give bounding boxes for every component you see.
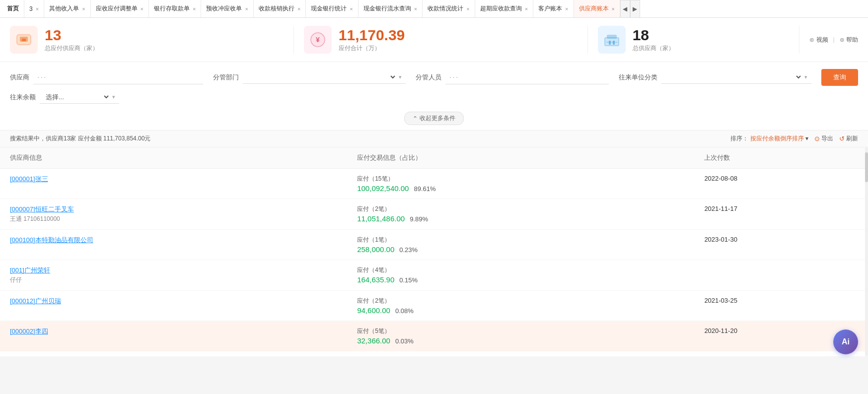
- refresh-icon: ↺: [839, 135, 845, 142]
- summary-icon-total: [598, 26, 626, 54]
- supplier-link[interactable]: [001]广州荣轩: [10, 266, 50, 274]
- nav-tab-supplier-account[interactable]: 供应商账本 ×: [574, 0, 620, 18]
- nav-tab-cash-bank-stat[interactable]: 现金银行统计 ×: [306, 0, 358, 18]
- payable-pct: 89.61%: [409, 185, 435, 193]
- payable-amount[interactable]: 164,635.90: [357, 275, 394, 284]
- ai-badge[interactable]: Ai: [833, 329, 858, 354]
- nav-tab-other-income-close[interactable]: ×: [82, 6, 85, 12]
- help-link[interactable]: ⊙ 帮助: [840, 36, 858, 44]
- supplier-sub: 仔仔: [10, 276, 337, 284]
- payable-amount[interactable]: 100,092,540.00: [357, 184, 409, 193]
- payable-info-cell: 应付（5笔）32,366.000.03%: [347, 321, 694, 351]
- data-table: 供应商信息 应付交易信息（占比） 上次付数 [000001]张三应付（15笔）1…: [0, 147, 868, 351]
- nav-tab-collect-verify[interactable]: 收款核销执行 ×: [254, 0, 306, 18]
- nav-tab-ap-adjust-close[interactable]: ×: [141, 6, 144, 12]
- supplier-info-cell: [000012]广州贝瑞: [0, 291, 347, 321]
- video-link[interactable]: ⊙ 视频: [809, 36, 828, 44]
- nav-tab-other-income[interactable]: 其他收入单 ×: [44, 0, 90, 18]
- nav-arrows: ◀ ▶: [620, 0, 640, 18]
- filter-unit-category: 往来单位分类 ▾: [619, 71, 812, 84]
- summary-total-suppliers: 18 总供应商（家）: [588, 26, 800, 54]
- supplier-link[interactable]: [000001]张三: [10, 175, 48, 183]
- payable-label: 应付（1笔）: [357, 236, 684, 244]
- collapse-up-icon: ⌃: [413, 115, 418, 122]
- svg-rect-6: [607, 35, 617, 39]
- sort-value-text[interactable]: 按应付余额倒序排序: [750, 135, 804, 142]
- table-row: [000001]张三应付（15笔）100,092,540.0089.61%202…: [0, 169, 868, 199]
- supplier-link[interactable]: [000007]恒旺二手叉车: [10, 205, 74, 213]
- nav-prev-arrow[interactable]: ◀: [620, 0, 630, 18]
- collapse-button[interactable]: ⌃ 收起更多条件: [404, 112, 464, 125]
- payable-label: 应付（2笔）: [357, 297, 684, 305]
- nav-tab-overdue-collect[interactable]: 超期应收款查询 ×: [475, 0, 533, 18]
- payable-pct: 0.03%: [390, 337, 414, 345]
- nav-next-arrow[interactable]: ▶: [630, 0, 640, 18]
- supplier-link[interactable]: [000100]本特勤油品有限公司: [10, 236, 93, 244]
- summary-payable-suppliers-text: 13 总应付供应商（家）: [45, 27, 98, 53]
- nav-tab-cash-bank-flow-label: 现金银行流水查询: [363, 4, 411, 13]
- supplier-info-cell: [001]广州荣轩仔仔: [0, 260, 347, 291]
- nav-tab-3[interactable]: 3 ×: [24, 0, 44, 18]
- supplier-link[interactable]: [000002]李四: [10, 328, 48, 335]
- payable-amount-number: 11,170.39: [339, 27, 405, 43]
- payable-amount[interactable]: 32,366.00: [357, 336, 390, 345]
- nav-tab-customer-account[interactable]: 客户账本 ×: [533, 0, 574, 18]
- sort-label: 排序： 按应付余额倒序排序 ▾: [730, 134, 808, 143]
- unit-category-select-wrapper[interactable]: ▾: [661, 71, 812, 84]
- nav-tab-bank-deposit[interactable]: 银行存取款单 ×: [149, 0, 201, 18]
- dept-select[interactable]: [247, 73, 397, 81]
- payable-amount[interactable]: 11,051,486.00: [357, 214, 405, 223]
- export-button[interactable]: ⊙ 导出: [814, 134, 833, 143]
- payable-amount[interactable]: 94,600.00: [357, 306, 390, 315]
- last-payment-cell: 2021-11-17: [694, 199, 868, 230]
- nav-tab-supplier-account-label: 供应商账本: [579, 4, 609, 13]
- payable-pct: 0.08%: [390, 307, 414, 315]
- nav-tab-cash-bank-stat-label: 现金银行统计: [311, 4, 347, 13]
- nav-tab-3-close[interactable]: ×: [36, 6, 39, 12]
- unit-category-select[interactable]: [665, 73, 803, 81]
- filter-row-2: 往来余额 选择... ▾: [10, 91, 149, 104]
- nav-tab-cash-bank-flow[interactable]: 现金银行流水查询 ×: [359, 0, 423, 18]
- nav-tab-advance-collect[interactable]: 预收冲应收单 ×: [201, 0, 253, 18]
- payable-amount[interactable]: 258,000.00: [357, 245, 394, 254]
- payable-info-cell: 应付（1笔）258,000.000.23%: [347, 230, 694, 260]
- person-input[interactable]: [445, 71, 609, 84]
- nav-tab-supplier-account-close[interactable]: ×: [612, 6, 615, 12]
- nav-tab-bank-deposit-close[interactable]: ×: [193, 6, 196, 12]
- supplier-input[interactable]: [33, 71, 203, 84]
- refresh-button[interactable]: ↺ 刷新: [839, 134, 858, 143]
- video-label: 视频: [816, 36, 828, 43]
- nav-tab-other-income-label: 其他收入单: [49, 4, 79, 13]
- refresh-label: 刷新: [846, 134, 858, 143]
- table-row: [000012]广州贝瑞应付（2笔）94,600.000.08%2021-03-…: [0, 291, 868, 321]
- query-button[interactable]: 查询: [821, 69, 858, 86]
- balance-select-wrapper[interactable]: 选择... ▾: [40, 91, 119, 104]
- total-suppliers-label: 总供应商（家）: [633, 44, 674, 53]
- svg-rect-2: [22, 39, 26, 41]
- nav-tab-home[interactable]: 首页: [2, 0, 24, 18]
- nav-tab-ap-adjust[interactable]: 应收应付调整单 ×: [91, 0, 149, 18]
- nav-tab-collect-stat[interactable]: 收款情况统计 ×: [423, 0, 475, 18]
- nav-tab-overdue-collect-close[interactable]: ×: [525, 6, 528, 12]
- dept-select-wrapper[interactable]: ▾: [243, 71, 406, 84]
- nav-tab-collect-stat-close[interactable]: ×: [466, 6, 469, 12]
- collapse-label: 收起更多条件: [420, 114, 455, 123]
- help-label: 帮助: [846, 36, 858, 43]
- nav-tab-collect-verify-label: 收款核销执行: [259, 4, 294, 13]
- nav-tab-advance-collect-close[interactable]: ×: [245, 6, 248, 12]
- nav-tab-cash-bank-stat-close[interactable]: ×: [350, 6, 353, 12]
- svg-text:¥: ¥: [316, 36, 320, 44]
- supplier-info-cell: [000007]恒旺二手叉车王通 17106110000: [0, 199, 347, 230]
- supplier-info-cell: [000002]李四: [0, 321, 347, 351]
- nav-tab-customer-account-close[interactable]: ×: [565, 6, 568, 12]
- payable-info-cell: 应付（2笔）11,051,486.009.89%: [347, 199, 694, 230]
- col-payable-info: 应付交易信息（占比）: [347, 147, 694, 169]
- nav-tab-cash-bank-flow-close[interactable]: ×: [414, 6, 417, 12]
- nav-tab-collect-verify-close[interactable]: ×: [297, 6, 300, 12]
- last-payment-cell: [694, 260, 868, 291]
- supplier-link[interactable]: [000012]广州贝瑞: [10, 297, 61, 305]
- col-last-payment: 上次付数: [694, 147, 868, 169]
- table-container: 供应商信息 应付交易信息（占比） 上次付数 [000001]张三应付（15笔）1…: [0, 147, 868, 356]
- payable-info-cell: 应付（2笔）94,600.000.08%: [347, 291, 694, 321]
- balance-select[interactable]: 选择...: [44, 93, 110, 101]
